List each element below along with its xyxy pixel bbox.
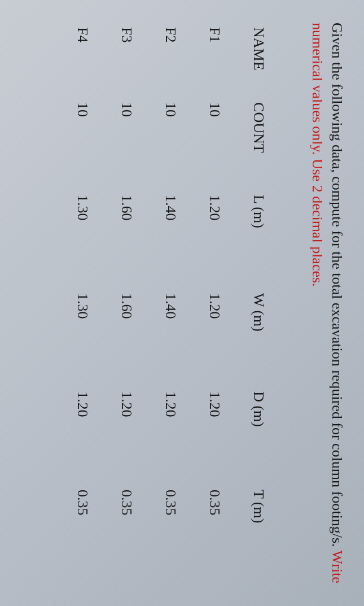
cell-depth: 1.20 (160, 387, 181, 485)
cell-width: 1.20 (204, 289, 225, 387)
cell-name: F1 (204, 23, 225, 98)
cell-name: F4 (72, 23, 93, 98)
problem-statement: Given the following data, compute for th… (308, 23, 347, 583)
cell-length: 1.20 (204, 190, 225, 289)
cell-thickness: 0.35 (160, 485, 181, 583)
cell-width: 1.40 (160, 289, 181, 387)
cell-length: 1.30 (72, 190, 93, 289)
cell-thickness: 0.35 (116, 485, 137, 583)
footing-data-table: NAME COUNT L (m) W (m) D (m) T (m) F1 10… (49, 23, 292, 583)
cell-depth: 1.20 (204, 387, 225, 485)
header-thickness: T (m) (248, 485, 269, 583)
intro-text: Given the following data, compute for th… (329, 23, 345, 551)
cell-name: F3 (116, 23, 137, 98)
table-row: F3 10 1.60 1.60 1.20 0.35 (116, 23, 137, 583)
cell-width: 1.30 (72, 289, 93, 387)
cell-width: 1.60 (116, 289, 137, 387)
cell-count: 10 (204, 98, 225, 190)
cell-count: 10 (160, 98, 181, 190)
cell-count: 10 (72, 98, 93, 190)
cell-length: 1.60 (116, 190, 137, 289)
header-length: L (m) (248, 190, 269, 289)
cell-depth: 1.20 (116, 387, 137, 485)
header-width: W (m) (248, 289, 269, 387)
header-name: NAME (248, 23, 269, 98)
table-row: F1 10 1.20 1.20 1.20 0.35 (204, 23, 225, 583)
cell-length: 1.40 (160, 190, 181, 289)
table-row: F2 10 1.40 1.40 1.20 0.35 (160, 23, 181, 583)
cell-name: F2 (160, 23, 181, 98)
cell-count: 10 (116, 98, 137, 190)
table-row: F4 10 1.30 1.30 1.20 0.35 (72, 23, 93, 583)
cell-depth: 1.20 (72, 387, 93, 485)
header-depth: D (m) (248, 387, 269, 485)
table-header-row: NAME COUNT L (m) W (m) D (m) T (m) (248, 23, 269, 583)
document-page: Given the following data, compute for th… (0, 0, 364, 606)
cell-thickness: 0.35 (72, 485, 93, 583)
cell-thickness: 0.35 (204, 485, 225, 583)
header-count: COUNT (248, 98, 269, 190)
